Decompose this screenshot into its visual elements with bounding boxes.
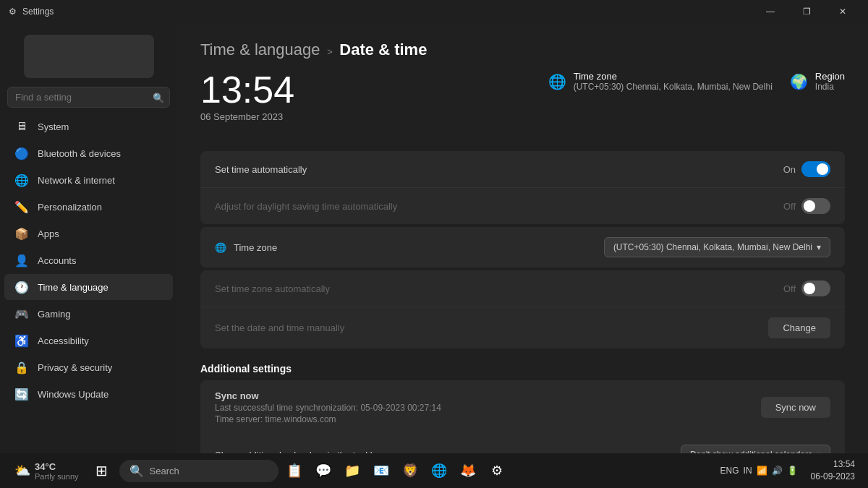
region-icon: 🌍 [790,73,808,90]
timezone-manual-card: Set time zone automatically Off Set the … [200,270,845,348]
settings-icon: ⚙ [9,7,17,17]
taskbar-icon-firefox[interactable]: 🦊 [455,458,481,484]
sidebar-label-accessibility: Accessibility [38,335,89,346]
privacy-security-icon: 🔒 [14,360,29,374]
weather-info: 34°C Partly sunny [35,461,79,481]
sidebar-item-accessibility[interactable]: ♿ Accessibility [4,328,173,354]
time-display: 13:54 [200,71,294,108]
sidebar-label-time-language: Time & language [38,282,109,293]
set-timezone-auto-toggle-group[interactable]: Off [783,281,830,296]
sync-now-row: Sync now Last successful time synchroniz… [200,380,845,435]
sidebar-item-network[interactable]: 🌐 Network & internet [4,167,173,193]
clock-widget[interactable]: 13:54 06-09-2023 [807,457,859,484]
daylight-saving-toggle-switch[interactable] [801,198,830,214]
sync-info: Sync now Last successful time synchroniz… [215,390,441,424]
clipboard-icon: 📋 [286,463,302,479]
region-value: India [815,82,845,92]
set-time-auto-toggle-group[interactable]: On [783,161,830,177]
tray-lang: ENG [720,466,739,476]
set-timezone-auto-row: Set time zone automatically Off [200,270,845,307]
sidebar-item-windows-update[interactable]: 🔄 Windows Update [4,381,173,407]
wifi-icon: 📶 [757,466,767,476]
timezone-card: 🌐 Time zone (UTC+05:30) Chennai, Kolkata… [200,227,845,267]
additional-settings-card: Sync now Last successful time synchroniz… [200,380,845,453]
taskbar-icon-teams[interactable]: 💬 [310,458,336,484]
timezone-row: 🌐 Time zone (UTC+05:30) Chennai, Kolkata… [200,227,845,267]
restore-button[interactable]: ❐ [790,0,823,23]
breadcrumb-current: Date & time [339,40,427,59]
sidebar-item-gaming[interactable]: 🎮 Gaming [4,301,173,327]
sidebar-item-accounts[interactable]: 👤 Accounts [4,247,173,273]
timezone-dropdown[interactable]: (UTC+05:30) Chennai, Kolkata, Mumbai, Ne… [604,237,830,257]
sidebar-label-network: Network & internet [38,175,115,186]
date-display: 06 September 2023 [200,111,294,122]
change-button[interactable]: Change [768,317,830,338]
mail-icon: 📧 [373,463,389,479]
sidebar-label-gaming: Gaming [38,309,71,320]
user-avatar [24,35,154,78]
app-body: 🔍 🖥 System 🔵 Bluetooth & devices 🌐 Netwo… [0,23,868,453]
daylight-saving-toggle-group[interactable]: Off [783,198,830,214]
taskbar-search-text: Search [150,466,179,476]
sidebar-item-personalization[interactable]: ✏️ Personalization [4,194,173,220]
firefox-icon: 🦊 [460,463,476,479]
sidebar-label-personalization: Personalization [38,202,102,213]
set-timezone-auto-label: Set time zone automatically [215,283,330,294]
set-date-manual-label: Set the date and time manually [215,322,344,333]
set-time-auto-toggle-switch[interactable] [801,161,830,177]
breadcrumb-separator: > [327,46,333,57]
taskbar-icon-settings[interactable]: ⚙ [484,458,510,484]
settings-taskbar-icon: ⚙ [491,463,503,479]
set-time-auto-label: Set time automatically [215,164,307,175]
timezone-row-label: 🌐 Time zone [215,242,277,253]
sidebar-label-bluetooth: Bluetooth & devices [38,148,121,159]
timezone-row-icon: 🌐 [215,242,226,253]
sidebar-item-time-language[interactable]: 🕐 Time & language [4,274,173,300]
taskbar-icon-mail[interactable]: 📧 [368,458,394,484]
brave-icon: 🦁 [402,463,418,479]
sidebar-label-privacy-security: Privacy & security [38,362,112,373]
minimize-button[interactable]: — [754,0,787,23]
main-content: Time & language > Date & time 13:54 06 S… [177,23,868,453]
system-tray: ENG IN 📶 🔊 🔋 13:54 06-09-2023 [715,457,859,484]
timezone-label: Time zone [574,71,773,82]
taskbar-icon-brave[interactable]: 🦁 [397,458,423,484]
search-input[interactable] [7,87,170,108]
tray-icons[interactable]: ENG IN 📶 🔊 🔋 [715,463,804,479]
taskbar-icon-explorer[interactable]: 📁 [339,458,365,484]
show-calendars-row: Show additional calendars in the taskbar… [200,435,845,453]
start-button[interactable]: ⊞ [88,456,116,485]
weather-temp: 34°C [35,461,79,472]
set-timezone-auto-toggle-state: Off [783,283,796,294]
chrome-icon: 🌐 [431,463,447,479]
start-icon: ⊞ [95,462,108,479]
show-calendars-dropdown[interactable]: Don't show additional calendars ▾ [681,445,830,453]
taskbar-icon-chrome[interactable]: 🌐 [426,458,452,484]
sidebar-label-windows-update: Windows Update [38,389,109,400]
timezone-dropdown-value: (UTC+05:30) Chennai, Kolkata, Mumbai, Ne… [613,242,812,252]
weather-widget[interactable]: ⛅ 34°C Partly sunny [9,458,85,484]
sidebar-item-apps[interactable]: 📦 Apps [4,221,173,247]
region-label: Region [815,71,845,82]
sidebar-item-system[interactable]: 🖥 System [4,114,173,140]
sync-time-server: Time server: time.windows.com [215,414,441,424]
taskbar-icon-clipboard[interactable]: 📋 [281,458,307,484]
sync-now-button[interactable]: Sync now [761,397,830,418]
taskbar-search[interactable]: 🔍 Search [119,460,278,482]
close-button[interactable]: ✕ [826,0,859,23]
set-time-auto-row: Set time automatically On [200,151,845,188]
sidebar-item-privacy-security[interactable]: 🔒 Privacy & security [4,354,173,380]
taskbar-search-icon: 🔍 [129,464,144,478]
timezone-info-block: 🌐 Time zone (UTC+05:30) Chennai, Kolkata… [548,71,773,92]
set-timezone-auto-toggle-switch[interactable] [801,281,830,296]
sync-title: Sync now [215,390,441,401]
sidebar-label-apps: Apps [38,228,59,239]
teams-icon: 💬 [315,463,331,479]
search-box[interactable]: 🔍 [7,87,170,108]
bluetooth-icon: 🔵 [14,146,29,160]
timezone-globe-icon: 🌐 [548,73,566,90]
breadcrumb-parent[interactable]: Time & language [200,40,320,59]
weather-icon: ⛅ [14,463,30,479]
personalization-icon: ✏️ [14,200,29,214]
sidebar-item-bluetooth[interactable]: 🔵 Bluetooth & devices [4,140,173,166]
